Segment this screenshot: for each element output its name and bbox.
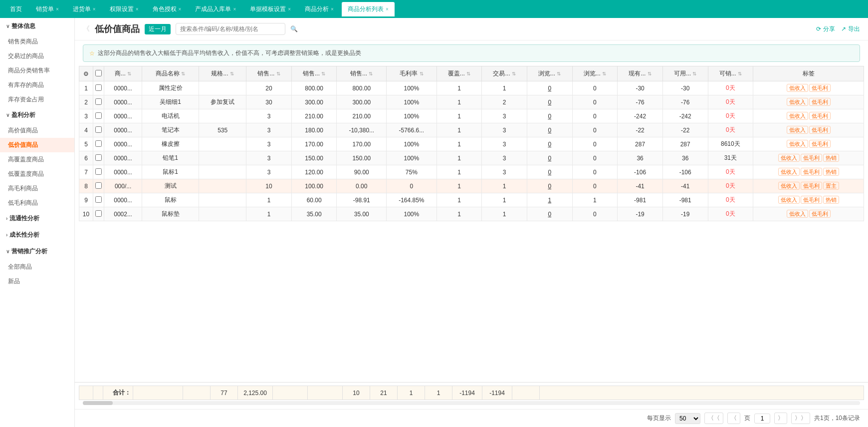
nav-product-analysis[interactable]: 商品分析 × xyxy=(299,2,340,16)
nav-permissions[interactable]: 权限设置 × xyxy=(104,2,145,16)
nav-roles[interactable]: 角色授权 × xyxy=(147,2,188,16)
browse-link[interactable]: 0 xyxy=(548,99,551,106)
col-sales-price[interactable]: 销售... ⇅ xyxy=(291,66,337,81)
select-all-checkbox[interactable] xyxy=(95,70,102,76)
col-sales-amount[interactable]: 销售... ⇅ xyxy=(337,66,387,81)
row-select-checkbox[interactable] xyxy=(95,98,102,105)
nav-purchase[interactable]: 进货单 × xyxy=(67,2,102,16)
row-select-checkbox[interactable] xyxy=(95,210,102,217)
row-checkbox[interactable] xyxy=(93,137,104,151)
nav-template[interactable]: 单据模板设置 × xyxy=(244,2,297,16)
sidebar-item-high-coverage[interactable]: 高覆盖度商品 xyxy=(0,152,74,167)
row-checkbox[interactable] xyxy=(93,207,104,221)
share-button[interactable]: ⟳ 分享 xyxy=(816,25,835,33)
browse-link[interactable]: 0 xyxy=(548,113,551,120)
row-checkbox[interactable] xyxy=(93,151,104,165)
sidebar-section-marketing[interactable]: ∨ 营销推广分析 xyxy=(0,243,74,260)
browse-link[interactable]: 0 xyxy=(548,155,551,162)
sidebar-section-growth[interactable]: › 成长性分析 xyxy=(0,227,74,243)
row-select-checkbox[interactable] xyxy=(95,140,102,147)
export-button[interactable]: ↗ 导出 xyxy=(841,25,860,33)
col-saleable[interactable]: 可销... ⇅ xyxy=(708,66,753,81)
sidebar-section-liquidity[interactable]: › 流通性分析 xyxy=(0,210,74,227)
nav-product-list[interactable]: 商品分析列表 × xyxy=(342,2,395,16)
col-transaction[interactable]: 交易... ⇅ xyxy=(482,66,527,81)
close-icon[interactable]: × xyxy=(93,6,96,12)
sidebar-item-stock-value[interactable]: 库存资金占用 xyxy=(0,92,74,107)
page-number-input[interactable] xyxy=(754,414,770,424)
sidebar-item-all-goods[interactable]: 全部商品 xyxy=(0,260,74,274)
col-gear[interactable]: ⚙ xyxy=(79,66,93,81)
browse-link[interactable]: 0 xyxy=(548,141,551,148)
col-spec[interactable]: 规格... ⇅ xyxy=(199,66,246,81)
nav-sales[interactable]: 销货单 × xyxy=(30,2,65,16)
browse-link[interactable]: 0 xyxy=(548,85,551,92)
row-select-checkbox[interactable] xyxy=(95,112,102,119)
close-icon[interactable]: × xyxy=(179,6,182,12)
sidebar-item-stock-goods[interactable]: 有库存的商品 xyxy=(0,78,74,92)
sidebar-item-low-coverage[interactable]: 低覆盖度商品 xyxy=(0,167,74,181)
col-name[interactable]: 商品名称 ⇅ xyxy=(142,66,199,81)
sidebar-item-high-margin[interactable]: 高毛利商品 xyxy=(0,181,74,196)
search-input[interactable] xyxy=(176,23,285,35)
sidebar-item-low-value[interactable]: 低价值商品 xyxy=(0,138,74,152)
row-select-checkbox[interactable] xyxy=(95,126,102,133)
col-available[interactable]: 可用... ⇅ xyxy=(662,66,708,81)
sidebar-item-traded-goods[interactable]: 交易过的商品 xyxy=(0,49,74,63)
row-checkbox[interactable] xyxy=(93,95,104,109)
close-icon[interactable]: × xyxy=(386,6,389,12)
last-page-btn[interactable]: 〉〉 xyxy=(791,413,810,424)
prev-page-btn[interactable]: 〈 xyxy=(727,413,740,424)
browse-link[interactable]: 0 xyxy=(548,211,551,218)
sidebar-section-profit[interactable]: ∨ 盈利分析 xyxy=(0,107,74,123)
row-checkbox[interactable] xyxy=(93,109,104,123)
row-checkbox[interactable] xyxy=(93,81,104,95)
first-page-btn[interactable]: 〈〈 xyxy=(704,413,723,424)
row-checkbox[interactable] xyxy=(93,165,104,179)
row-saleable: 0天 xyxy=(708,95,753,109)
row-select-checkbox[interactable] xyxy=(95,182,102,189)
row-checkbox[interactable] xyxy=(93,193,104,207)
sidebar-item-low-margin[interactable]: 低毛利商品 xyxy=(0,196,74,210)
nav-product-in[interactable]: 产成品入库单 × xyxy=(189,2,242,16)
col-browse1[interactable]: 浏览... ⇅ xyxy=(527,66,572,81)
row-select-checkbox[interactable] xyxy=(95,168,102,175)
close-icon[interactable]: × xyxy=(136,6,139,12)
search-icon[interactable]: 🔍 xyxy=(290,25,298,32)
sort-icon: ⇅ xyxy=(276,71,280,76)
col-tags[interactable]: 标签 xyxy=(753,66,864,81)
col-current[interactable]: 现有... ⇅ xyxy=(618,66,663,81)
col-margin[interactable]: 毛利率 ⇅ xyxy=(387,66,437,81)
close-icon[interactable]: × xyxy=(331,6,334,12)
close-icon[interactable]: × xyxy=(288,6,291,12)
next-page-btn[interactable]: 〉 xyxy=(774,413,787,424)
col-code[interactable]: 商... ⇅ xyxy=(104,66,142,81)
close-icon[interactable]: × xyxy=(233,6,236,12)
row-select-checkbox[interactable] xyxy=(95,196,102,203)
scrollbar-thumb[interactable] xyxy=(83,401,113,405)
per-page-select[interactable]: 50 100 200 xyxy=(675,413,700,424)
sidebar-item-sales-goods[interactable]: 销售类商品 xyxy=(0,34,74,49)
table-container[interactable]: ⚙ 商... ⇅ 商品名称 ⇅ 规格... ⇅ 销售... ⇅ 销售... ⇅ … xyxy=(75,66,868,382)
nav-home[interactable]: 首页 xyxy=(4,2,28,16)
row-select-checkbox[interactable] xyxy=(95,84,102,91)
sidebar-item-category-sales[interactable]: 商品分类销售率 xyxy=(0,63,74,78)
row-checkbox[interactable] xyxy=(93,123,104,137)
row-select-checkbox[interactable] xyxy=(95,154,102,161)
sidebar-item-new-goods[interactable]: 新品 xyxy=(0,274,74,289)
sidebar-item-high-value[interactable]: 高价值商品 xyxy=(0,123,74,138)
col-sales-qty[interactable]: 销售... ⇅ xyxy=(246,66,292,81)
browse-link[interactable]: 1 xyxy=(548,197,551,204)
browse-link[interactable]: 0 xyxy=(548,169,551,176)
browse-link[interactable]: 0 xyxy=(548,127,551,134)
collapse-sidebar-btn[interactable]: 《 xyxy=(83,24,90,33)
col-coverage[interactable]: 覆盖... ⇅ xyxy=(436,66,482,81)
filter-tag[interactable]: 近一月 xyxy=(145,24,171,34)
col-browse2[interactable]: 浏览... ⇅ xyxy=(572,66,618,81)
horizontal-scrollbar[interactable] xyxy=(83,401,860,405)
close-icon[interactable]: × xyxy=(56,6,59,12)
sidebar-section-overview[interactable]: ∨ 整体信息 xyxy=(0,18,74,34)
row-checkbox[interactable] xyxy=(93,179,104,193)
browse-link[interactable]: 0 xyxy=(548,183,551,190)
col-checkbox[interactable] xyxy=(93,66,104,81)
